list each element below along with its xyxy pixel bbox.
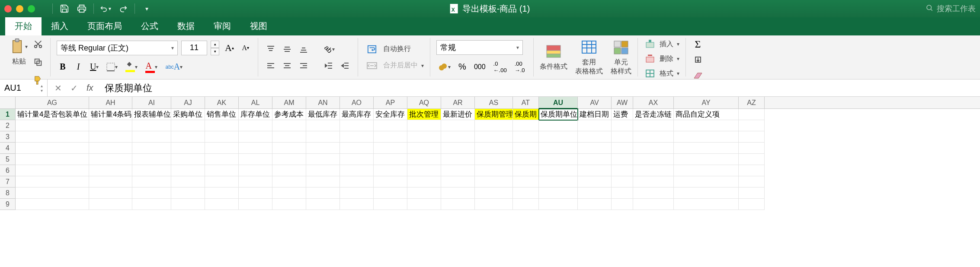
cell-AZ8[interactable]	[739, 188, 765, 199]
cell-AR8[interactable]	[441, 188, 475, 199]
cell-AN6[interactable]	[306, 165, 340, 176]
cell-AO7[interactable]	[340, 176, 374, 188]
cell-AP1[interactable]: 安全库存	[374, 109, 407, 120]
cell-AY9[interactable]	[674, 199, 739, 210]
cell-AZ9[interactable]	[739, 199, 765, 210]
row-header-3[interactable]: 3	[0, 131, 16, 143]
cell-AZ6[interactable]	[739, 165, 765, 176]
tab-开始[interactable]: 开始	[5, 17, 42, 35]
row-header-6[interactable]: 6	[0, 165, 16, 176]
cell-AZ4[interactable]	[739, 143, 765, 154]
cell-AN7[interactable]	[306, 176, 340, 188]
cell-AW4[interactable]	[612, 143, 633, 154]
cell-AP6[interactable]	[374, 165, 407, 176]
enter-formula-icon[interactable]: ✓	[70, 83, 78, 93]
cell-AW7[interactable]	[612, 176, 633, 188]
redo-icon[interactable]	[117, 3, 128, 14]
col-header-AY[interactable]: AY	[674, 97, 739, 108]
cell-AX6[interactable]	[633, 165, 674, 176]
borders-button[interactable]: ▾	[104, 61, 120, 73]
col-header-AM[interactable]: AM	[272, 97, 306, 108]
cell-AW2[interactable]	[612, 120, 633, 131]
cell-AR9[interactable]	[441, 199, 475, 210]
cell-AT3[interactable]	[513, 131, 539, 143]
cell-AS1[interactable]: 保质期管理	[475, 109, 513, 120]
cell-AY8[interactable]	[674, 188, 739, 199]
cell-AZ5[interactable]	[739, 154, 765, 165]
close-icon[interactable]	[4, 5, 12, 13]
cell-AH2[interactable]	[89, 120, 132, 131]
cell-AL2[interactable]	[239, 120, 272, 131]
col-header-AU[interactable]: AU	[539, 97, 578, 108]
qat-customize-icon[interactable]: ▾	[141, 3, 152, 14]
cell-AR6[interactable]	[441, 165, 475, 176]
cell-AT9[interactable]	[513, 199, 539, 210]
cell-AW3[interactable]	[612, 131, 633, 143]
cell-AU7[interactable]	[539, 176, 578, 188]
formula-input[interactable]: 保质期单位	[100, 82, 980, 95]
cell-AG7[interactable]	[16, 176, 89, 188]
cell-AJ1[interactable]: 采购单位	[171, 109, 205, 120]
tab-数据[interactable]: 数据	[168, 17, 204, 35]
cell-AZ3[interactable]	[739, 131, 765, 143]
cell-AK7[interactable]	[205, 176, 239, 188]
cell-AM4[interactable]	[272, 143, 306, 154]
row-header-2[interactable]: 2	[0, 120, 16, 131]
cell-AQ4[interactable]	[407, 143, 441, 154]
cell-AH1[interactable]: 辅计量4条码	[89, 109, 132, 120]
format-as-table-button[interactable]: 套用 表格格式	[575, 39, 603, 76]
cell-AJ3[interactable]	[171, 131, 205, 143]
cell-AV9[interactable]	[578, 199, 612, 210]
cell-AX8[interactable]	[633, 188, 674, 199]
undo-icon[interactable]: ▾	[100, 3, 111, 14]
autosum-button[interactable]: Σ	[692, 38, 704, 50]
increase-indent-button[interactable]	[339, 60, 352, 72]
align-bottom-button[interactable]	[297, 43, 310, 55]
cell-AZ7[interactable]	[739, 176, 765, 188]
cell-AU5[interactable]	[539, 154, 578, 165]
cell-AH8[interactable]	[89, 188, 132, 199]
cell-AI2[interactable]	[132, 120, 171, 131]
cell-AV7[interactable]	[578, 176, 612, 188]
tab-视图[interactable]: 视图	[240, 17, 277, 35]
cell-AM8[interactable]	[272, 188, 306, 199]
cell-AP3[interactable]	[374, 131, 407, 143]
row-header-1[interactable]: 1	[0, 109, 16, 120]
align-right-button[interactable]	[297, 60, 310, 72]
cell-AP4[interactable]	[374, 143, 407, 154]
cell-AI8[interactable]	[132, 188, 171, 199]
underline-button[interactable]: U▾	[88, 60, 101, 73]
cell-AL7[interactable]	[239, 176, 272, 188]
cell-AN9[interactable]	[306, 199, 340, 210]
cell-AN2[interactable]	[306, 120, 340, 131]
row-header-4[interactable]: 4	[0, 143, 16, 154]
cell-AM7[interactable]	[272, 176, 306, 188]
cell-AU9[interactable]	[539, 199, 578, 210]
cell-AQ3[interactable]	[407, 131, 441, 143]
cell-AI3[interactable]	[132, 131, 171, 143]
cell-AG1[interactable]: 辅计量4是否包装单位	[16, 109, 89, 120]
format-cells-button[interactable]: 格式▾	[644, 67, 679, 79]
cell-AX4[interactable]	[633, 143, 674, 154]
cell-AL8[interactable]	[239, 188, 272, 199]
cell-AT1[interactable]: 保质期	[513, 109, 539, 120]
col-header-AX[interactable]: AX	[633, 97, 674, 108]
cell-AJ5[interactable]	[171, 154, 205, 165]
cell-AH5[interactable]	[89, 154, 132, 165]
col-header-AR[interactable]: AR	[441, 97, 475, 108]
col-header-AJ[interactable]: AJ	[171, 97, 205, 108]
shrink-font-button[interactable]: A▾	[240, 42, 252, 54]
cell-AT7[interactable]	[513, 176, 539, 188]
cell-AT8[interactable]	[513, 188, 539, 199]
tab-插入[interactable]: 插入	[42, 17, 78, 35]
cell-AY1[interactable]: 商品自定义项	[674, 109, 739, 120]
cell-AS7[interactable]	[475, 176, 513, 188]
cell-AK6[interactable]	[205, 165, 239, 176]
font-color-button[interactable]: A▾	[143, 60, 160, 74]
merge-center-button[interactable]	[364, 60, 380, 72]
cancel-formula-icon[interactable]: ✕	[54, 83, 62, 93]
cell-AG8[interactable]	[16, 188, 89, 199]
col-header-AL[interactable]: AL	[239, 97, 272, 108]
col-header-AQ[interactable]: AQ	[407, 97, 441, 108]
col-header-AT[interactable]: AT	[513, 97, 539, 108]
